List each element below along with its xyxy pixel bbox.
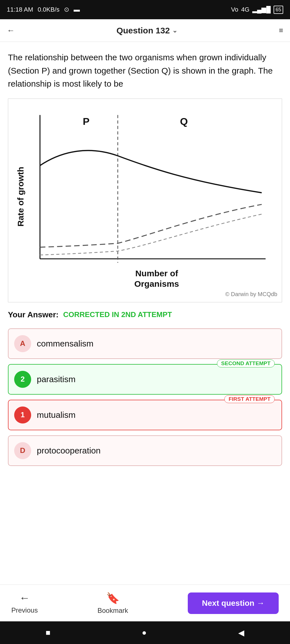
back-arrow-icon: ← (19, 592, 30, 604)
signal-bars: ▂▄▆█ (252, 6, 271, 13)
battery-icon: 65 (274, 6, 283, 14)
options-list: A commensalism SECOND ATTEMPT 2 parasiti… (8, 328, 282, 466)
camera-icon: ⊙ (64, 6, 69, 13)
graph-container: Rate of growth P Q Number of Organisms ©… (8, 99, 282, 302)
your-answer-label: Your Answer: (8, 310, 59, 319)
option-d-circle: D (14, 442, 31, 459)
your-answer-row: Your Answer: CORRECTED IN 2ND ATTEMPT (8, 310, 282, 319)
option-2[interactable]: SECOND ATTEMPT 2 parasitism (8, 364, 282, 395)
option-a-circle: A (14, 335, 31, 352)
previous-label: Previous (11, 606, 38, 614)
option-2-text: parasitism (37, 375, 276, 384)
bookmark-icon: 🔖 (106, 592, 120, 604)
nav-title: Question 132 ⌄ (116, 26, 177, 35)
back-icon[interactable]: ← (7, 26, 15, 35)
svg-text:Rate of growth: Rate of growth (16, 166, 25, 226)
option-1-circle: 1 (14, 406, 31, 423)
android-nav-bar: ■ ● ◀ (0, 621, 290, 644)
next-question-button[interactable]: Next question → (188, 592, 279, 614)
first-attempt-badge: FIRST ATTEMPT (224, 395, 275, 403)
option-d[interactable]: D protocooperation (8, 435, 282, 466)
next-label: Next question → (202, 599, 265, 608)
data-speed: 0.0KB/s (38, 6, 59, 13)
status-bar-right: Vo 4G ▂▄▆█ 65 (231, 6, 283, 14)
bookmark-button[interactable]: 🔖 Bookmark (97, 592, 128, 615)
question-text: The relationship between the two organis… (8, 51, 282, 91)
graph-credit: © Darwin by MCQdb (13, 291, 277, 298)
status-bar-left: 11:18 AM 0.0KB/s ⊙ ▬ (7, 6, 80, 13)
svg-text:P: P (83, 115, 89, 127)
option-2-circle: 2 (14, 371, 31, 388)
android-home-button[interactable]: ● (142, 628, 147, 637)
option-1[interactable]: FIRST ATTEMPT 1 mutualism (8, 400, 282, 430)
nav-bar: ← Question 132 ⌄ ≡ (0, 19, 290, 42)
android-back-button[interactable]: ◀ (238, 628, 244, 637)
answer-status: CORRECTED IN 2ND ATTEMPT (63, 310, 172, 319)
time-display: 11:18 AM (7, 6, 33, 13)
bottom-nav: ← Previous 🔖 Bookmark Next question → (0, 585, 290, 621)
status-bar: 11:18 AM 0.0KB/s ⊙ ▬ Vo 4G ▂▄▆█ 65 (0, 0, 290, 19)
cast-icon: ▬ (74, 6, 80, 13)
option-a-text: commensalism (37, 339, 276, 348)
menu-icon[interactable]: ≡ (279, 26, 283, 35)
chevron-down-icon[interactable]: ⌄ (172, 27, 177, 34)
graph-svg: Rate of growth P Q Number of Organisms (13, 103, 277, 290)
option-1-text: mutualism (37, 410, 276, 420)
svg-text:Number of: Number of (135, 269, 178, 278)
svg-text:Organisms: Organisms (134, 279, 179, 288)
android-square-button[interactable]: ■ (46, 628, 50, 637)
option-a[interactable]: A commensalism (8, 328, 282, 359)
bookmark-label: Bookmark (97, 607, 128, 615)
wifi-icon: Vo (231, 6, 238, 13)
main-content: The relationship between the two organis… (0, 42, 290, 466)
second-attempt-badge: SECOND ATTEMPT (217, 360, 275, 367)
previous-button[interactable]: ← Previous (11, 592, 38, 614)
svg-text:Q: Q (180, 115, 188, 127)
network-icon: 4G (241, 6, 249, 13)
option-d-text: protocooperation (37, 446, 276, 455)
